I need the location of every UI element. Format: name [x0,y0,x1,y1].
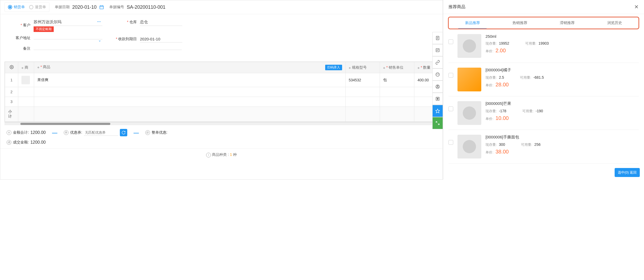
avail-label: 可用量: [521,142,532,147]
h-scrollbar[interactable] [4,122,438,125]
col-prod-short[interactable]: ◆商 [18,62,34,73]
scan-badge[interactable]: 扫码录入 [325,65,342,70]
svg-point-4 [11,67,12,68]
select-return-button[interactable]: 选中(0) 返回 [615,168,640,177]
settings-col[interactable] [5,62,18,73]
coupon-label: 优惠券: [70,130,82,135]
doc-date-value[interactable]: 2020-01-10 [72,4,97,10]
remark-label: 备注 [7,46,30,51]
tool-swap-icon[interactable] [432,68,443,81]
cell-thumb [18,73,34,87]
product-thumb-icon [21,76,30,84]
cell-product[interactable]: 果倍爽 [34,73,346,87]
address-field[interactable]: ⌄ [34,37,102,39]
col-product[interactable]: ◆商品扫码录入 [34,62,346,73]
avail-value: -190 [536,109,543,113]
table-row[interactable]: 2 [5,87,438,97]
price-value: 38.00 [496,149,509,155]
tool-person-icon[interactable] [432,81,443,93]
svg-marker-15 [436,109,440,113]
cell-unit[interactable] [380,87,414,97]
price-label: 单价: [486,49,493,54]
due-date-field[interactable]: 2020-01-10 [140,36,182,43]
close-icon[interactable]: ✕ [634,4,639,10]
total-label: 金额合计: [13,130,29,135]
cell-product[interactable] [34,87,346,97]
product-image [457,34,481,58]
deal-label: 成交金额: [13,140,29,145]
panel-title: 推荐商品 [448,4,465,10]
more-dots-icon[interactable]: ⋯ [97,20,101,24]
product-item[interactable]: [0000006]手撕面包 现存量:300 可用量:256 单价:38.00 [448,130,639,164]
remark-field[interactable] [34,48,182,50]
warehouse-field[interactable]: 总仓 [140,18,182,26]
minus-icon: — [52,130,57,136]
product-item[interactable]: [0000004]橘子 现存量:2.5 可用量:-681.5 单价:28.00 [448,63,639,96]
radio-unchecked-icon [29,5,33,9]
product-checkbox[interactable] [448,73,453,78]
refresh-button[interactable] [120,129,127,136]
placeholder-icon [463,106,476,120]
tool-note-icon[interactable] [432,32,443,44]
order-type-radio-group: 销货单 退货单 [4,2,49,12]
tab-slow[interactable]: 滞销推荐 [544,17,591,29]
recommend-tabs: 新品推荐 热销推荐 滞销推荐 浏览历史 [448,17,639,29]
table-row[interactable]: 3 [5,97,438,107]
coupon-input[interactable] [84,129,118,136]
table-row[interactable]: 1 果倍爽 534532 包 400.00 [5,73,438,87]
doc-date-label: 单据日期 [55,5,70,10]
total-value: 1200.00 [30,130,46,135]
product-checkbox[interactable] [448,106,453,111]
tab-history[interactable]: 浏览历史 [591,17,638,29]
stock-label: 现存量: [486,75,497,80]
product-checkbox[interactable] [448,140,453,145]
radio-checked-icon [8,5,12,9]
tool-chart-icon[interactable] [432,44,443,56]
refresh-icon [121,130,126,135]
tool-star-icon[interactable] [432,105,443,117]
col-unit[interactable]: ◆销售单位 [380,62,414,73]
address-label: 客户地址 [7,36,30,40]
avail-label: 可用量: [525,41,537,46]
avail-label: 可用量: [520,75,531,80]
tab-hot[interactable]: 热销推荐 [496,17,543,29]
cell-spec[interactable]: 534532 [346,73,380,87]
cell-unit[interactable]: 包 [380,73,414,87]
product-item[interactable]: 250ml 现存量:19952 可用量:19903 单价:2.00 [448,29,639,63]
cell-product[interactable] [34,97,346,107]
product-checkbox[interactable] [448,39,453,44]
tool-link-icon[interactable] [432,56,443,68]
cell-spec[interactable] [346,97,380,107]
tool-expand-icon[interactable] [432,117,443,129]
svg-point-12 [437,86,438,87]
tool-currency-icon[interactable]: ¥ [432,93,443,105]
chevron-down-icon[interactable]: ⌄ [98,38,101,42]
cell-spec[interactable] [346,87,380,97]
minus-icon: — [134,130,139,136]
sales-order-radio[interactable]: 销货单 [8,5,25,10]
bottom-info: i 商品种类 : 1 种 [0,148,443,161]
cell-thumb [18,87,34,97]
product-list[interactable]: 250ml 现存量:19952 可用量:19903 单价:2.00 [00000… [443,29,644,165]
stock-value: 19952 [499,41,509,45]
placeholder-icon [463,140,476,153]
info-icon: i [206,153,211,157]
cell-unit[interactable] [380,97,414,107]
discount-label: 整单优惠: [152,130,167,135]
price-label: 单价: [486,116,493,121]
stock-label: 现存量: [486,41,497,46]
gear-icon [10,65,14,69]
product-item[interactable]: [0000005]芒果 现存量:-178 可用量:-190 单价:10.00 [448,96,639,130]
product-name: 250ml [486,34,639,39]
tab-new[interactable]: 新品推荐 [449,17,496,29]
customer-field[interactable]: 苏州万达沃尔玛 ⋯ [34,18,102,26]
col-spec[interactable]: ◆规格型号 [346,62,380,73]
calendar-icon[interactable] [99,5,104,10]
return-order-radio[interactable]: 退货单 [29,5,46,10]
row-number: 3 [5,97,18,107]
price-value: 28.00 [496,82,509,88]
product-name: [0000005]芒果 [486,101,639,106]
return-order-label: 退货单 [35,5,46,10]
sales-order-label: 销货单 [14,5,25,10]
warehouse-label: 仓库 [113,20,137,25]
